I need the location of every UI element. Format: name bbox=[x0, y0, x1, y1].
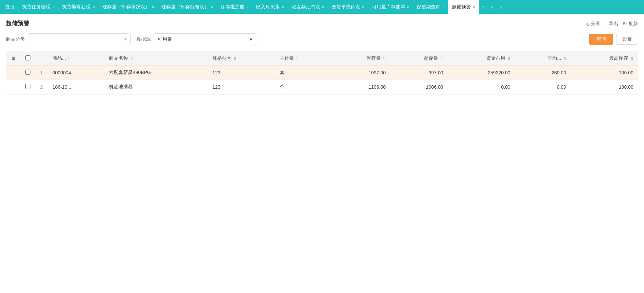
setting-button[interactable]: 设置 bbox=[616, 34, 638, 45]
close-icon[interactable]: × bbox=[52, 5, 55, 9]
sort-icon: ⇅ bbox=[563, 56, 566, 60]
column-rownum-header bbox=[35, 51, 48, 66]
column-overstock-header[interactable]: 超储量 ⇅ bbox=[390, 51, 448, 66]
column-spec-header[interactable]: 规格型号 ⇅ bbox=[208, 51, 275, 66]
row-setting-cell bbox=[6, 80, 21, 94]
nav-home[interactable]: 首页 bbox=[1, 0, 18, 14]
row-avg: 0.00 bbox=[515, 80, 571, 94]
row-checkbox-cell[interactable] bbox=[21, 80, 35, 94]
row-maxstock: 100.00 bbox=[571, 66, 638, 80]
column-capital-header[interactable]: 资金占用 ⇅ bbox=[447, 51, 515, 66]
datasource-filter-group: 数据源 可用量 ▾ bbox=[136, 33, 256, 45]
page-header: 超储预警 ⎋ 分享 ↓ 导出 ↻ 刷新 bbox=[6, 20, 638, 27]
select-all-checkbox[interactable] bbox=[25, 55, 30, 60]
close-icon[interactable]: × bbox=[407, 5, 409, 9]
column-checkbox-header[interactable] bbox=[21, 51, 35, 66]
export-icon: ↓ bbox=[605, 21, 607, 27]
sort-icon: ⇅ bbox=[440, 56, 443, 60]
close-icon[interactable]: × bbox=[362, 5, 364, 9]
share-icon: ⎋ bbox=[586, 21, 589, 27]
filter-action-buttons: 查询 设置 bbox=[589, 34, 638, 45]
chevron-down-icon: ▾ bbox=[250, 37, 252, 42]
close-icon[interactable]: × bbox=[322, 5, 324, 9]
page-content: 超储预警 ⎋ 分享 ↓ 导出 ↻ 刷新 商品分类 ▾ 数据源 bbox=[0, 14, 644, 293]
close-icon[interactable]: × bbox=[282, 5, 284, 9]
export-button[interactable]: ↓ 导出 bbox=[605, 21, 618, 27]
column-stock-header[interactable]: 库存量 ⇅ bbox=[333, 51, 390, 66]
row-capital: 259220.00 bbox=[447, 66, 515, 80]
row-checkbox-cell[interactable] bbox=[21, 66, 35, 80]
row-overstock: 997.00 bbox=[390, 66, 448, 80]
nav-order-stats[interactable]: 要货单统计表 × bbox=[328, 0, 368, 14]
row-unit: 套 bbox=[275, 66, 333, 80]
share-button[interactable]: ⎋ 分享 bbox=[586, 21, 600, 27]
nav-arrow-right[interactable]: › bbox=[488, 0, 497, 14]
data-table-container: ⚙ 商品... ⇅ 商品名称 ⇅ 规格型号 bbox=[6, 51, 638, 94]
nav-arrow-more[interactable]: › bbox=[497, 0, 505, 14]
column-avg-header[interactable]: 平均... ⇅ bbox=[515, 51, 571, 66]
table-header-row: ⚙ 商品... ⇅ 商品名称 ⇅ 规格型号 bbox=[6, 51, 638, 66]
row-name: 机油滤清器 bbox=[105, 80, 208, 94]
refresh-button[interactable]: ↻ 刷新 bbox=[623, 21, 638, 27]
category-select[interactable]: ▾ bbox=[28, 33, 131, 45]
row-spec: 123 bbox=[208, 80, 275, 94]
page-title: 超储预警 bbox=[6, 20, 29, 27]
table-body: 1 0000004 六配套新昌490BPG 123 套 1097.00 997.… bbox=[6, 66, 638, 94]
nav-collect-summary[interactable]: 收发存汇总表 × bbox=[288, 0, 328, 14]
nav-batch-ledger[interactable]: 库存批次账 × bbox=[217, 0, 252, 14]
row-code: 0000004 bbox=[48, 66, 105, 80]
row-avg: 260.00 bbox=[515, 66, 571, 80]
sort-icon: ⇅ bbox=[234, 56, 237, 60]
close-icon[interactable]: × bbox=[246, 5, 249, 9]
row-unit: 个 bbox=[275, 80, 333, 94]
column-unit-header[interactable]: 主计量 ⇅ bbox=[275, 51, 333, 66]
gear-icon: ⚙ bbox=[11, 56, 16, 61]
close-icon[interactable]: × bbox=[92, 5, 95, 9]
close-icon[interactable]: × bbox=[473, 5, 475, 9]
nav-inventory-dist[interactable]: 现存量（库存分布表） × bbox=[158, 0, 217, 14]
sort-icon: ⇅ bbox=[508, 56, 511, 60]
nav-arrow-left[interactable]: ‹ bbox=[479, 0, 488, 14]
row-number: 1 bbox=[35, 66, 48, 80]
row-checkbox[interactable] bbox=[25, 70, 30, 75]
sort-icon: ⇅ bbox=[130, 56, 133, 60]
nav-abnormal[interactable]: 拣货异常处理 × bbox=[58, 0, 98, 14]
category-label: 商品分类 bbox=[6, 36, 25, 42]
sort-icon: ⇅ bbox=[68, 56, 71, 60]
table-row: 1 0000004 六配套新昌490BPG 123 套 1097.00 997.… bbox=[6, 66, 638, 80]
nav-inventory-status[interactable]: 现存量（库存状况表） × bbox=[99, 0, 158, 14]
table-row: 2 186-10... 机油滤清器 123 个 1106.00 1006.00 … bbox=[6, 80, 638, 94]
row-number: 2 bbox=[35, 80, 48, 94]
column-settings-header[interactable]: ⚙ bbox=[6, 51, 21, 66]
nav-quality-check[interactable]: 保质期查询 × bbox=[413, 0, 448, 14]
row-maxstock: 100.00 bbox=[571, 80, 638, 94]
header-actions: ⎋ 分享 ↓ 导出 ↻ 刷新 bbox=[586, 21, 638, 27]
row-name: 六配套新昌490BPG bbox=[105, 66, 208, 80]
category-filter-group: 商品分类 ▾ bbox=[6, 33, 131, 45]
datasource-label: 数据源 bbox=[136, 36, 151, 42]
column-code-header[interactable]: 商品... ⇅ bbox=[48, 51, 105, 66]
filter-bar: 商品分类 ▾ 数据源 可用量 ▾ 查询 设置 bbox=[6, 33, 638, 45]
close-icon[interactable]: × bbox=[152, 5, 154, 9]
nav-overstock-alert[interactable]: 超储预警 × bbox=[448, 0, 479, 14]
datasource-select[interactable]: 可用量 ▾ bbox=[154, 33, 256, 45]
refresh-icon: ↻ bbox=[623, 21, 627, 27]
close-icon[interactable]: × bbox=[211, 5, 213, 9]
row-overstock: 1006.00 bbox=[390, 80, 448, 94]
row-setting-cell bbox=[6, 66, 21, 80]
data-table: ⚙ 商品... ⇅ 商品名称 ⇅ 规格型号 bbox=[6, 51, 638, 94]
close-icon[interactable]: × bbox=[442, 5, 444, 9]
sort-icon: ⇅ bbox=[296, 56, 299, 60]
nav-task-mgmt[interactable]: 拣货任务管理 × bbox=[18, 0, 58, 14]
column-name-header[interactable]: 商品名称 ⇅ bbox=[105, 51, 208, 66]
nav-in-out-flow[interactable]: 出入库流水 × bbox=[252, 0, 288, 14]
chevron-down-icon: ▾ bbox=[124, 37, 127, 42]
column-maxstock-header[interactable]: 最高库存 ⇅ bbox=[571, 51, 638, 66]
nav-available-ledger[interactable]: 可用量库存账本 × bbox=[368, 0, 413, 14]
row-capital: 0.00 bbox=[447, 80, 515, 94]
query-button[interactable]: 查询 bbox=[589, 34, 613, 45]
row-stock: 1097.00 bbox=[333, 66, 390, 80]
row-code: 186-10... bbox=[48, 80, 105, 94]
sort-icon: ⇅ bbox=[383, 56, 386, 60]
row-checkbox[interactable] bbox=[25, 84, 30, 89]
